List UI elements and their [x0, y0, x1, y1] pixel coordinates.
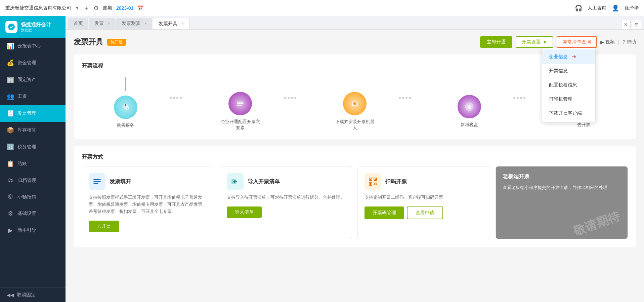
consult-label[interactable]: 人工咨询 — [588, 5, 606, 11]
sidebar-item-zijin[interactable]: 💰 资金管理 — [0, 54, 66, 71]
period-value: 2023-01 — [116, 5, 133, 11]
help-button[interactable]: ? 帮助 — [622, 39, 636, 45]
svg-rect-25 — [370, 183, 371, 185]
user-name[interactable]: 徐泽华 — [625, 5, 639, 11]
tab-bar-actions: ✕ ⊡ — [621, 20, 641, 29]
svg-rect-29 — [376, 184, 377, 185]
sidebar-item-label: 资金管理 — [17, 60, 36, 66]
calendar-icon[interactable]: 📅 — [137, 5, 143, 11]
activate-button[interactable]: 立即开通 — [480, 36, 512, 48]
settings-button[interactable]: 开票设置 ▼ — [516, 36, 553, 48]
video-label: 视频 — [605, 39, 615, 45]
tab-fapiao[interactable]: 发票 × — [89, 18, 116, 29]
dropdown-item-download[interactable]: 下载开票客户端 — [542, 106, 595, 120]
svg-rect-18 — [93, 183, 98, 184]
method-import-btn[interactable]: 导入清单 — [227, 206, 262, 218]
sidebar-item-shuiwu[interactable]: 🔢 税务管理 — [0, 139, 66, 155]
settings-chevron: ▼ — [543, 39, 547, 45]
sidebar-item-yunbao[interactable]: 📊 云报表中心 — [0, 38, 66, 54]
svg-rect-17 — [93, 181, 101, 182]
dropdown-item-printer[interactable]: 打印机管理 — [542, 92, 595, 106]
svg-rect-16 — [93, 179, 101, 180]
flow-divider-3 — [399, 97, 425, 109]
dropdown-item-company-info[interactable]: 企业信息 ➜ — [542, 49, 595, 64]
sidebar-item-baoxiao[interactable]: © 小畅报销 — [0, 189, 66, 205]
sidebar-item-label: 基础设置 — [17, 211, 36, 217]
download-label: 下载开票客户端 — [549, 110, 582, 116]
settings-icon[interactable]: ⚙ — [93, 4, 99, 12]
baoxiao-icon: © — [7, 193, 14, 200]
sidebar-item-jiezhang[interactable]: 📋 结账 — [0, 155, 66, 172]
svg-rect-27 — [376, 183, 377, 184]
page-content: 发票开具 待开通 立即开通 开票设置 ▼ 异常清单查询 ▶ 视频 | ? — [66, 30, 644, 302]
company-info-label: 企业信息 — [549, 54, 568, 60]
unpin-label: 取消固定 — [17, 292, 36, 298]
method-scan-btn2[interactable]: 查看申请 — [407, 206, 443, 219]
xinshouyin-icon: ▶ — [7, 227, 14, 234]
logo-title: 畅捷通好会计 — [21, 21, 51, 28]
logo-icon — [5, 21, 17, 33]
shuiwu-icon: 🔢 — [7, 143, 14, 151]
tab-fapiao-kaiju[interactable]: 发票开具 × — [153, 18, 189, 29]
sidebar-unpin[interactable]: ◀◀ 取消固定 — [0, 288, 66, 302]
sidebar-item-fapiao[interactable]: 🧾 发票管理 — [0, 105, 66, 122]
svg-point-0 — [8, 24, 15, 30]
guidang-icon: 🗂 — [7, 177, 14, 184]
method-card-scan: 扫码开票 支持定制开票二维码，客户端可扫码开票 开票码管理 查看申请 — [357, 166, 490, 239]
tab-home-label: 首页 — [74, 21, 83, 27]
settings-label: 开票设置 — [522, 39, 541, 45]
invoice-info-label: 开票信息 — [549, 68, 568, 74]
tab-fapiao-label: 发票 — [94, 21, 104, 27]
user-avatar-icon: 👤 — [612, 4, 619, 12]
layout: 畅捷通好会计 旗舰版 📊 云报表中心 💰 资金管理 🏢 固定资产 👥 工资 — [0, 16, 644, 302]
svg-rect-26 — [374, 183, 375, 184]
tab-kaiju-close[interactable]: × — [181, 22, 184, 26]
step1-icon: + — [114, 96, 137, 119]
tab-cesuan-label: 发票测算 — [122, 21, 140, 27]
method-scan-desc: 支持定制开票二维码，客户端可扫码开票 — [364, 194, 483, 201]
method-boss-desc: 查看老板端小程序提交的开票申请，并作出相应的处理 — [503, 184, 621, 191]
sidebar-item-xinshouyin[interactable]: ▶ 新手引导 — [0, 222, 66, 239]
sidebar-item-guidang[interactable]: 🗂 归档管理 — [0, 172, 66, 189]
sidebar-item-label: 归档管理 — [17, 178, 36, 184]
dropdown-item-tax-disk[interactable]: 配置税盘信息 — [542, 78, 595, 92]
sidebar-item-jichushezhi[interactable]: ⚙ 基础设置 — [0, 205, 66, 222]
sidebar-item-gongzi[interactable]: 👥 工资 — [0, 88, 66, 105]
zijin-icon: 💰 — [7, 59, 14, 67]
jichushezhi-icon: ⚙ — [7, 210, 14, 217]
step2-label: 企业开通配置开票六要素 — [220, 119, 260, 131]
sidebar-item-label: 库存核算 — [17, 127, 36, 133]
tab-fullscreen-btn[interactable]: ⊡ — [632, 20, 641, 29]
tab-close-btn[interactable]: ✕ — [621, 20, 631, 29]
tab-fapiao-cesuan[interactable]: 发票测算 × — [116, 18, 152, 29]
red-arrow-icon: ➜ — [572, 53, 576, 60]
method-fill-btn[interactable]: 去开票 — [89, 221, 119, 232]
flow-step-3: 下载并安装开票机器人 — [311, 75, 399, 131]
chevron-down-icon[interactable]: ▼ — [75, 6, 79, 10]
tab-cesuan-close[interactable]: × — [144, 21, 147, 26]
svg-rect-28 — [374, 184, 375, 185]
tab-home[interactable]: 首页 — [68, 18, 88, 29]
tab-fapiao-close[interactable]: × — [108, 21, 110, 26]
dropdown-item-invoice-info[interactable]: 开票信息 — [542, 64, 595, 78]
svg-rect-4 — [237, 102, 244, 103]
method-scan-title: 扫码开票 — [385, 178, 407, 185]
add-company-icon[interactable]: ＋ — [83, 4, 89, 12]
svg-rect-23 — [370, 179, 371, 180]
method-fill-title: 发票填开 — [110, 178, 131, 185]
tab-kaiju-label: 发票开具 — [159, 21, 177, 27]
play-icon: ▶ — [600, 39, 604, 45]
sidebar-item-label: 云报表中心 — [17, 43, 41, 49]
settings-dropdown: 企业信息 ➜ 开票信息 配置税盘信息 打印机管理 下 — [542, 48, 596, 122]
abnormal-button[interactable]: 异常清单查询 — [557, 36, 597, 48]
flow-divider-2 — [284, 97, 311, 109]
tab-bar: 首页 发票 × 发票测算 × 发票开具 × ✕ ⊡ — [66, 16, 644, 30]
sidebar-item-gudingzichan[interactable]: 🏢 固定资产 — [0, 71, 66, 88]
sidebar-item-kucun[interactable]: 📦 库存核算 — [0, 122, 66, 139]
method-fill-icon — [89, 173, 105, 190]
video-button[interactable]: ▶ 视频 — [600, 39, 615, 45]
step3-label: 下载并安装开票机器人 — [335, 119, 375, 131]
method-scan-btn1[interactable]: 开票码管理 — [364, 206, 404, 219]
step4-label: 新增税盘 — [461, 122, 478, 128]
svg-text:+: + — [127, 107, 128, 110]
